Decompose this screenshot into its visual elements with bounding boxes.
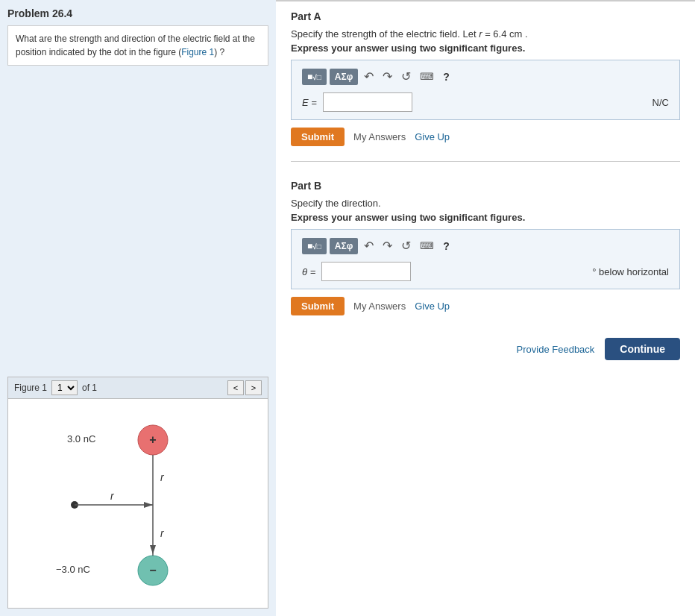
- svg-text:r: r: [160, 527, 165, 539]
- figure-nav-group: < >: [227, 380, 262, 395]
- part-b-refresh-btn[interactable]: ↺: [398, 237, 414, 254]
- part-a-undo-btn[interactable]: ↶: [361, 68, 377, 85]
- part-b-instruction: Specify the direction.: [291, 198, 680, 209]
- part-a-submit-button[interactable]: Submit: [291, 128, 345, 146]
- part-a-toolbar: ■√□ ΑΣφ ↶ ↷ ↺ ⌨ ?: [302, 68, 669, 85]
- part-b-eq-label: θ =: [302, 266, 315, 277]
- svg-text:3.0 nC: 3.0 nC: [67, 433, 95, 444]
- figure-select[interactable]: 1: [51, 380, 78, 395]
- part-b-title: Part B: [291, 171, 680, 192]
- right-panel: Part A Specify the strength of the elect…: [276, 0, 695, 616]
- part-b-math-btn1[interactable]: ■√□: [302, 238, 327, 254]
- part-a-input[interactable]: [323, 92, 412, 112]
- part-b-answer-box: ■√□ ΑΣφ ↶ ↷ ↺ ⌨ ? θ = ° below horizontal: [291, 229, 680, 289]
- part-a-help-btn[interactable]: ?: [440, 69, 453, 84]
- part-a-greek-btn[interactable]: ΑΣφ: [330, 69, 358, 85]
- part-a-submit-row: Submit My Answers Give Up: [291, 128, 680, 146]
- svg-text:+: +: [149, 433, 156, 446]
- part-b-give-up[interactable]: Give Up: [415, 301, 450, 312]
- part-a-eq-label: E =: [302, 97, 317, 108]
- part-a-input-row: E = N/C: [302, 92, 669, 112]
- figure-label: Figure 1: [14, 383, 47, 393]
- part-b-undo-btn[interactable]: ↶: [361, 237, 377, 254]
- part-a-math-btn1[interactable]: ■√□: [302, 69, 327, 85]
- bottom-actions: Provide Feedback Continue: [291, 330, 680, 360]
- part-a-section: Part A Specify the strength of the elect…: [291, 1, 680, 146]
- part-b-input-row: θ = ° below horizontal: [302, 262, 669, 281]
- part-a-answer-box: ■√□ ΑΣφ ↶ ↷ ↺ ⌨ ? E = N/C: [291, 60, 680, 120]
- part-divider: [291, 161, 680, 162]
- problem-description: What are the strength and direction of t…: [7, 25, 268, 66]
- part-b-redo-btn[interactable]: ↷: [380, 237, 395, 254]
- problem-title: Problem 26.4: [7, 7, 268, 19]
- part-a-my-answers[interactable]: My Answers: [353, 131, 406, 142]
- svg-text:−: −: [149, 564, 156, 576]
- svg-text:r: r: [110, 490, 115, 502]
- figure-prev-button[interactable]: <: [227, 380, 244, 395]
- figure-of: of 1: [82, 383, 97, 393]
- svg-marker-8: [144, 502, 153, 508]
- figure-section: Figure 1 1 of 1 < > + −: [7, 377, 268, 609]
- part-b-submit-row: Submit My Answers Give Up: [291, 297, 680, 315]
- part-b-toolbar: ■√□ ΑΣφ ↶ ↷ ↺ ⌨ ?: [302, 237, 669, 254]
- part-a-title: Part A: [291, 1, 680, 22]
- part-a-unit: N/C: [652, 97, 669, 108]
- figure-link[interactable]: Figure 1: [181, 47, 214, 57]
- part-a-give-up[interactable]: Give Up: [415, 131, 450, 142]
- part-b-emphasis: Express your answer using two significan…: [291, 212, 680, 223]
- part-a-keyboard-btn[interactable]: ⌨: [417, 69, 437, 84]
- svg-marker-5: [150, 545, 156, 554]
- part-b-help-btn[interactable]: ?: [440, 239, 453, 254]
- provide-feedback-link[interactable]: Provide Feedback: [517, 344, 595, 355]
- figure-header: Figure 1 1 of 1 < >: [8, 377, 268, 399]
- part-b-keyboard-btn[interactable]: ⌨: [417, 239, 437, 253]
- part-b-greek-btn[interactable]: ΑΣφ: [330, 238, 358, 254]
- svg-text:−3.0 nC: −3.0 nC: [56, 564, 90, 575]
- part-a-instruction: Specify the strength of the electric fie…: [291, 28, 680, 40]
- figure-canvas: + − r r: [8, 399, 268, 608]
- continue-button[interactable]: Continue: [605, 338, 680, 360]
- part-b-submit-button[interactable]: Submit: [291, 297, 345, 315]
- part-a-emphasis: Express your answer using two significan…: [291, 43, 680, 54]
- left-panel: Problem 26.4 What are the strength and d…: [0, 0, 276, 616]
- part-b-input[interactable]: [321, 262, 411, 281]
- part-a-refresh-btn[interactable]: ↺: [398, 68, 414, 85]
- figure-svg: + − r r: [8, 399, 268, 608]
- part-a-redo-btn[interactable]: ↷: [380, 68, 395, 85]
- description-text-2: ) ?: [214, 47, 224, 57]
- svg-text:r: r: [160, 471, 165, 483]
- figure-next-button[interactable]: >: [245, 380, 262, 395]
- part-b-section: Part B Specify the direction. Express yo…: [291, 171, 680, 315]
- part-b-unit: ° below horizontal: [592, 266, 669, 277]
- part-b-my-answers[interactable]: My Answers: [353, 301, 406, 312]
